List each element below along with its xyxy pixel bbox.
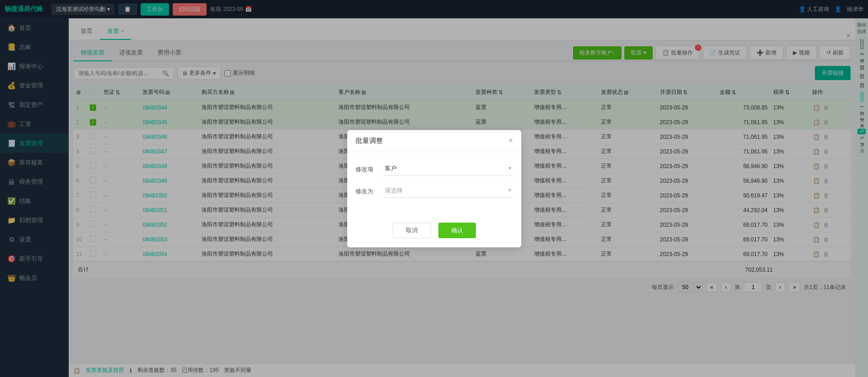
modify-label: 修改为 xyxy=(355,187,383,196)
confirm-btn[interactable]: 确认 xyxy=(438,223,476,238)
form-row-field: 修改项 客户 购买方 日期 ▾ xyxy=(355,163,513,176)
modal-close-btn[interactable]: × xyxy=(508,137,513,145)
modify-select-wrapper[interactable]: 请选择 ▾ xyxy=(383,185,513,198)
modal-header: 批量调整 × xyxy=(347,130,521,152)
field-label: 修改项 xyxy=(355,165,383,174)
field-select-wrapper[interactable]: 客户 购买方 日期 ▾ xyxy=(383,163,513,176)
modal-overlay[interactable]: 批量调整 × 修改项 客户 购买方 日期 ▾ 修改为 请选 xyxy=(0,0,868,377)
modify-select[interactable]: 请选择 xyxy=(383,185,513,196)
cancel-btn[interactable]: 取消 xyxy=(393,223,431,238)
form-row-modify: 修改为 请选择 ▾ xyxy=(355,185,513,198)
modal-title: 批量调整 xyxy=(355,137,383,145)
batch-adjust-modal: 批量调整 × 修改项 客户 购买方 日期 ▾ 修改为 请选 xyxy=(347,130,521,247)
modal-footer: 取消 确认 xyxy=(347,218,521,247)
field-select[interactable]: 客户 购买方 日期 xyxy=(383,163,513,174)
modal-body: 修改项 客户 购买方 日期 ▾ 修改为 请选择 ▾ xyxy=(347,152,521,218)
